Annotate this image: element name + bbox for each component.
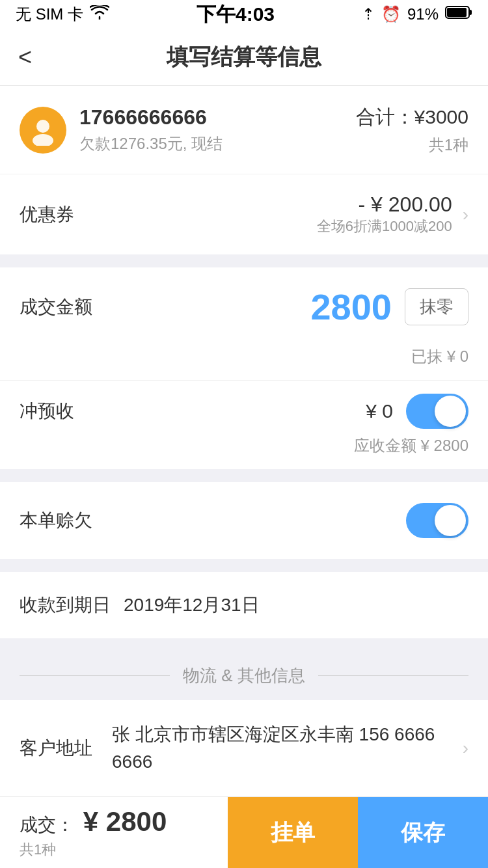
arrearage-row: 本单赊欠 xyxy=(0,482,488,559)
prepay-row: 冲预收 ¥ 0 xyxy=(0,380,488,435)
arrearage-label: 本单赊欠 xyxy=(20,508,92,533)
bottom-sub: 共1种 xyxy=(20,840,208,860)
prepay-label: 冲预收 xyxy=(20,399,74,424)
bottom-deal-label: 成交： xyxy=(20,815,74,835)
address-chevron-icon: › xyxy=(463,738,468,759)
bottom-bar: 成交： ¥ 2800 共1种 挂单 保存 xyxy=(0,796,488,868)
coupon-right: - ¥ 200.00 全场6折满1000减200 › xyxy=(317,193,468,236)
svg-rect-1 xyxy=(469,10,472,15)
coupon-discount: - ¥ 200.00 xyxy=(317,193,452,217)
save-button[interactable]: 保存 xyxy=(358,797,488,869)
customer-phone: 17666666666 xyxy=(79,105,356,129)
main-content: 17666666666 欠款1276.35元, 现结 合计：¥3000 共1种 … xyxy=(0,86,488,868)
toggle-knob-2 xyxy=(435,505,466,536)
status-left: 无 SIM 卡 xyxy=(16,4,109,25)
prepay-right: ¥ 0 xyxy=(366,394,468,429)
status-time: 下午4:03 xyxy=(197,1,275,28)
deal-amount-label: 成交金额 xyxy=(20,295,92,319)
total-sub: 共1种 xyxy=(356,135,468,156)
status-bar: 无 SIM 卡 下午4:03 ⇡ ⏰ 91% xyxy=(0,0,488,29)
status-right: ⇡ ⏰ 91% xyxy=(362,5,472,23)
toggle-knob xyxy=(435,396,466,427)
hold-button[interactable]: 挂单 xyxy=(228,797,358,869)
svg-point-3 xyxy=(36,120,49,133)
deal-amount-value: 2800 xyxy=(310,286,392,328)
nav-bar: < 填写结算等信息 xyxy=(0,29,488,86)
alarm-icon: ⏰ xyxy=(381,5,401,23)
address-content: 张 北京市市辖区海淀区永丰南 156 6666 6666 xyxy=(112,721,459,776)
prepay-sub: 应收金额 ¥ 2800 xyxy=(0,435,488,469)
bottom-deal-amount: ¥ 2800 xyxy=(83,806,167,837)
deal-section: 成交金额 2800 抹零 已抹 ¥ 0 冲预收 ¥ 0 应收金额 ¥ 2800 xyxy=(0,267,488,469)
deal-amount-row: 成交金额 2800 抹零 xyxy=(0,267,488,346)
location-icon: ⇡ xyxy=(362,5,375,23)
logistics-label: 物流 & 其他信息 xyxy=(170,664,318,687)
battery-level: 91% xyxy=(407,5,439,23)
round-button[interactable]: 抹零 xyxy=(405,288,468,325)
battery-icon xyxy=(445,5,472,23)
back-button[interactable]: < xyxy=(18,44,32,71)
prepay-amount: ¥ 0 xyxy=(366,400,393,422)
arrearage-right xyxy=(406,503,468,538)
customer-row: 17666666666 欠款1276.35元, 现结 合计：¥3000 共1种 xyxy=(0,86,488,174)
due-date-row: 收款到期日 2019年12月31日 xyxy=(0,572,488,638)
due-date-label: 收款到期日 xyxy=(20,593,111,617)
deal-right: 2800 抹零 xyxy=(310,286,468,328)
due-date-value: 2019年12月31日 xyxy=(124,593,260,617)
avatar xyxy=(20,107,66,154)
divider-line-left xyxy=(20,675,170,676)
address-label: 客户地址 xyxy=(20,736,92,761)
total-amount: 合计：¥3000 xyxy=(356,104,468,131)
sim-status: 无 SIM 卡 xyxy=(16,4,83,25)
page-title: 填写结算等信息 xyxy=(167,42,321,72)
arrearage-toggle[interactable] xyxy=(406,503,468,538)
bottom-deal-line: 成交： ¥ 2800 xyxy=(20,806,208,837)
chevron-right-icon: › xyxy=(463,204,468,225)
customer-sub: 欠款1276.35元, 现结 xyxy=(79,133,356,154)
svg-rect-2 xyxy=(447,8,467,17)
customer-section: 17666666666 欠款1276.35元, 现结 合计：¥3000 共1种 … xyxy=(0,86,488,254)
wifi-icon xyxy=(90,5,109,23)
bottom-summary: 成交： ¥ 2800 共1种 xyxy=(0,806,228,860)
coupon-label: 优惠券 xyxy=(20,202,74,227)
coupon-row[interactable]: 优惠券 - ¥ 200.00 全场6折满1000减200 › xyxy=(0,174,488,254)
customer-info: 17666666666 欠款1276.35元, 现结 xyxy=(79,105,356,154)
address-row[interactable]: 客户地址 张 北京市市辖区海淀区永丰南 156 6666 6666 › xyxy=(0,700,488,796)
coupon-desc: 全场6折满1000减200 xyxy=(317,217,452,236)
logistics-divider: 物流 & 其他信息 xyxy=(0,651,488,700)
prepay-toggle[interactable] xyxy=(406,394,468,429)
customer-total: 合计：¥3000 共1种 xyxy=(356,104,468,156)
divider-line-right xyxy=(318,675,468,676)
svg-point-4 xyxy=(33,134,53,146)
deal-sub: 已抹 ¥ 0 xyxy=(0,346,488,380)
